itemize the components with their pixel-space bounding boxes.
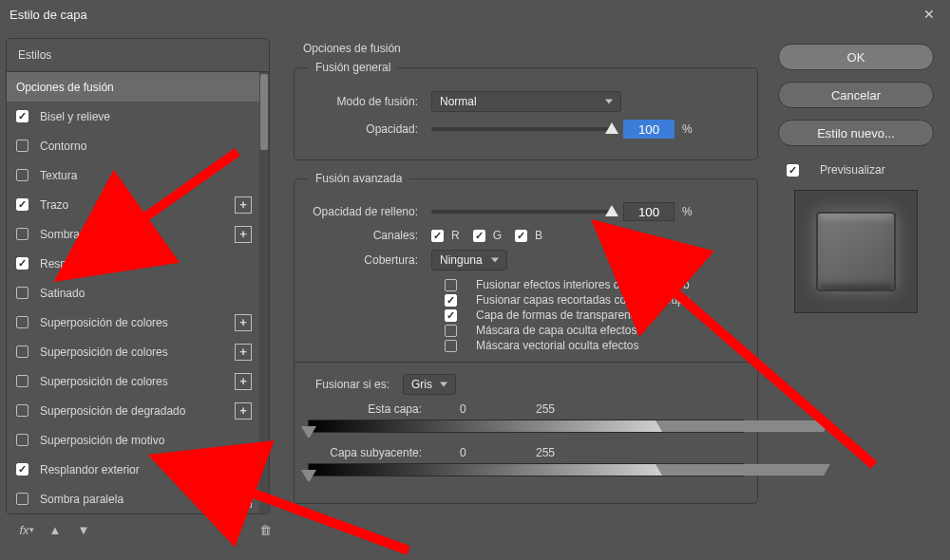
preview-thumbnail [794,190,918,313]
style-label: Superposición de colores [40,375,229,388]
style-checkbox[interactable] [16,463,28,476]
new-style-button[interactable]: Estilo nuevo... [778,120,934,146]
style-item[interactable]: Superposición de colores+ [7,308,259,337]
black-slider-handle[interactable] [301,470,316,487]
underlying-label: Capa subyacente: [308,446,441,459]
option-checkbox[interactable] [445,340,457,352]
style-label: Satinado [40,287,252,300]
blendif-label: Fusionar si es: [308,378,403,391]
black-slider-handle[interactable] [301,426,316,443]
style-checkbox[interactable] [16,404,28,417]
knockout-select[interactable]: Ninguna [431,250,507,271]
style-item[interactable]: Sombra paralela+ [7,484,259,513]
ok-button[interactable]: OK [778,44,934,70]
channel-label: G [493,229,502,242]
channel-checkbox[interactable] [515,230,527,242]
channel-label: B [535,229,542,242]
option-checkbox[interactable] [445,325,457,337]
style-item[interactable]: Sombra int...+ [7,219,259,249]
style-checkbox[interactable] [16,287,28,299]
channel-checkbox[interactable] [431,230,444,242]
add-effect-button[interactable]: + [235,344,252,361]
style-label: Resplandor exterior [40,463,252,476]
general-blending-legend: Fusión general [308,61,398,74]
style-checkbox[interactable] [16,228,28,240]
add-effect-button[interactable]: + [235,314,252,331]
style-item[interactable]: Superposición de motivo [7,425,259,455]
style-item[interactable]: Superposición de colores+ [7,337,259,366]
preview-label: Previsualizar [820,163,885,177]
style-item[interactable]: Superposición de degradado+ [7,396,259,425]
general-blending-group: Fusión general Modo de fusión: Normal Op… [294,61,758,160]
style-item[interactable]: Satinado [7,278,259,308]
blend-mode-label: Modo de fusión: [308,95,431,108]
option-checkbox[interactable] [445,294,457,307]
white-slider-handle[interactable] [656,464,830,487]
style-checkbox[interactable] [16,257,28,270]
style-checkbox[interactable] [16,493,28,505]
option-label: Máscara de capa oculta efectos [476,324,636,337]
style-item[interactable]: Resplandor interior [7,249,259,278]
add-effect-button[interactable]: + [235,196,252,214]
add-effect-button[interactable]: + [235,402,252,420]
fill-opacity-slider[interactable] [431,210,612,214]
add-effect-button[interactable]: + [235,491,252,508]
channels-label: Canales: [308,229,431,242]
window-title: Estilo de capa [10,8,907,22]
add-effect-button[interactable]: + [235,226,252,243]
close-button[interactable]: ✕ [907,0,950,28]
style-label: Trazo [40,198,229,212]
knockout-label: Cobertura: [308,253,431,267]
style-item[interactable]: Resplandor exterior [7,455,259,484]
opacity-input[interactable] [623,120,674,139]
style-label: Superposición de degradado [40,404,229,418]
style-checkbox[interactable] [16,375,28,387]
option-label: Fusionar efectos interiores como un grup… [476,278,690,291]
style-checkbox[interactable] [16,316,28,328]
styles-list: Opciones de fusiónBisel y relieveContorn… [7,72,259,513]
style-label: Superposición de motivo [40,434,252,447]
style-checkbox[interactable] [16,169,28,181]
styles-header: Estilos [7,39,269,72]
fx-menu-button[interactable]: fx▾ [19,522,34,537]
add-effect-button[interactable]: + [235,373,252,390]
this-layer-label: Esta capa: [308,402,441,416]
channel-checkbox[interactable] [473,230,485,242]
move-up-icon[interactable]: ▲ [48,522,63,537]
style-checkbox[interactable] [16,434,28,446]
style-item[interactable]: Contorno [7,131,259,160]
move-down-icon[interactable]: ▼ [76,522,91,537]
cancel-button[interactable]: Cancelar [778,82,934,108]
style-label: Sombra int... [40,228,229,241]
opacity-slider[interactable] [431,127,612,131]
style-label: Bisel y relieve [40,110,252,123]
style-label: Contorno [40,140,252,153]
style-label: Resplandor interior [40,257,252,271]
fill-opacity-label: Opacidad de relleno: [308,205,431,218]
blending-options-title: Opciones de fusión [303,42,758,55]
blend-mode-select[interactable]: Normal [431,91,621,112]
styles-toolbar: fx▾ ▲ ▼ 🗑 [6,514,284,537]
style-item[interactable]: Superposición de colores+ [7,366,259,396]
this-layer-gradient[interactable] [308,420,744,433]
style-checkbox[interactable] [16,198,28,211]
style-checkbox[interactable] [16,110,28,122]
style-item[interactable]: Trazo+ [7,190,259,219]
style-item[interactable]: Bisel y relieve [7,102,259,131]
preview-checkbox[interactable] [787,164,799,177]
style-checkbox[interactable] [16,140,28,152]
trash-icon[interactable]: 🗑 [257,522,273,537]
fill-opacity-input[interactable] [623,202,674,221]
underlying-gradient[interactable] [308,463,744,476]
option-checkbox[interactable] [445,279,457,291]
style-label: Sombra paralela [40,493,229,506]
style-checkbox[interactable] [16,345,28,358]
white-slider-handle[interactable] [656,420,830,443]
option-checkbox[interactable] [445,309,457,322]
opacity-label: Opacidad: [308,122,431,136]
style-item[interactable]: Opciones de fusión [7,72,259,102]
advanced-blending-legend: Fusión avanzada [308,172,409,185]
blendif-select[interactable]: Gris [403,374,456,395]
styles-scrollbar[interactable] [259,72,269,513]
style-item[interactable]: Textura [7,160,259,190]
